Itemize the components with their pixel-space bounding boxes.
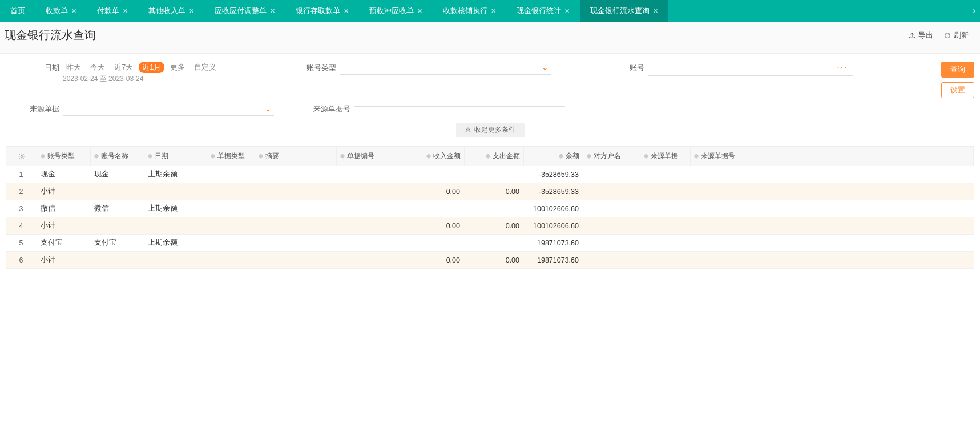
col-doc-no[interactable]: 单据编号: [337, 147, 405, 166]
cell: [405, 200, 465, 217]
sort-icon: [148, 154, 152, 159]
sort-icon: [94, 154, 99, 159]
table-row[interactable]: 2小计0.000.00-3528659.33: [6, 183, 974, 200]
tab-预收冲应收单[interactable]: 预收冲应收单✕: [359, 0, 433, 22]
sort-icon: [694, 154, 699, 159]
cell: [691, 200, 974, 217]
cell: [337, 166, 405, 183]
cell: [640, 183, 691, 200]
tab-银行存取款单[interactable]: 银行存取款单✕: [285, 0, 359, 22]
cell: 小计: [37, 252, 91, 268]
cell: [207, 252, 255, 268]
table-row[interactable]: 1现金现金上期余额-3528659.33: [6, 166, 974, 183]
cell: 上期余额: [144, 235, 207, 251]
account-type-select[interactable]: ⌄: [340, 62, 551, 75]
src-doc-no-input[interactable]: [354, 103, 565, 107]
close-icon[interactable]: ✕: [123, 7, 128, 15]
cell: 支付宝: [91, 235, 144, 251]
cell: 5: [6, 235, 37, 251]
close-icon[interactable]: ✕: [71, 7, 76, 15]
cell: [465, 200, 524, 217]
tab-收款单[interactable]: 收款单✕: [35, 0, 87, 22]
tab-label: 付款单: [97, 6, 119, 16]
collapse-conditions-button[interactable]: 收起更多条件: [456, 123, 525, 137]
date-quick-近7天[interactable]: 近7天: [111, 62, 136, 73]
export-icon: [908, 31, 916, 39]
titlebar: 现金银行流水查询 导出 刷新: [0, 22, 980, 54]
cell: [91, 183, 144, 200]
date-quick-昨天[interactable]: 昨天: [63, 62, 84, 73]
sort-icon: [211, 154, 215, 159]
table-row[interactable]: 5支付宝支付宝上期余额19871073.60: [6, 235, 974, 252]
tab-收款核销执行[interactable]: 收款核销执行✕: [433, 0, 506, 22]
cell: [337, 217, 405, 234]
export-button[interactable]: 导出: [908, 30, 933, 41]
cell: 上期余额: [144, 200, 207, 217]
tab-应收应付调整单[interactable]: 应收应付调整单✕: [204, 0, 285, 22]
settings-button[interactable]: 设置: [941, 82, 974, 98]
col-account-name[interactable]: 账号名称: [91, 147, 144, 166]
sort-icon: [587, 154, 591, 159]
cell: [691, 252, 974, 268]
col-src-doc[interactable]: 来源单据: [640, 147, 691, 166]
table-row[interactable]: 6小计0.000.0019871073.60: [6, 252, 974, 269]
tab-首页[interactable]: 首页: [0, 0, 35, 22]
chevron-down-icon: ⌄: [265, 104, 272, 113]
col-balance[interactable]: 余额: [524, 147, 583, 166]
refresh-button[interactable]: 刷新: [943, 30, 969, 41]
tab-其他收入单[interactable]: 其他收入单✕: [138, 0, 204, 22]
cell: [691, 217, 974, 234]
cell: [255, 252, 337, 268]
cell: 6: [6, 252, 37, 268]
gear-column-header[interactable]: [6, 147, 37, 166]
cell: [465, 166, 524, 183]
date-quick-更多[interactable]: 更多: [167, 62, 188, 73]
query-button[interactable]: 查询: [941, 62, 974, 78]
sort-icon: [259, 154, 263, 159]
tabs-scroll-right[interactable]: ›: [968, 0, 980, 22]
sort-icon: [486, 154, 490, 159]
cell: 1: [6, 166, 37, 183]
cell: [583, 183, 640, 200]
tab-现金银行统计[interactable]: 现金银行统计✕: [506, 0, 580, 22]
close-icon[interactable]: ✕: [344, 7, 349, 15]
cell: [144, 217, 207, 234]
cell: [337, 200, 405, 217]
col-src-doc-no[interactable]: 来源单据号: [691, 147, 974, 166]
cell: 0.00: [405, 252, 465, 268]
cell: 0.00: [465, 217, 524, 234]
account-select[interactable]: ···: [648, 62, 853, 76]
col-summary[interactable]: 摘要: [255, 147, 337, 166]
cell: [583, 217, 640, 234]
account-label: 账号: [591, 62, 648, 73]
close-icon[interactable]: ✕: [653, 7, 658, 15]
close-icon[interactable]: ✕: [270, 7, 275, 15]
col-doc-type[interactable]: 单据类型: [207, 147, 255, 166]
col-account-type[interactable]: 账号类型: [37, 147, 91, 166]
close-icon[interactable]: ✕: [417, 7, 422, 15]
col-income[interactable]: 收入金额: [405, 147, 465, 166]
cell: 小计: [37, 183, 91, 200]
cell: [255, 166, 337, 183]
svg-point-0: [21, 155, 23, 158]
cell: [583, 252, 640, 268]
close-icon[interactable]: ✕: [189, 7, 194, 15]
tab-现金银行流水查询[interactable]: 现金银行流水查询✕: [580, 0, 668, 22]
col-date[interactable]: 日期: [144, 147, 207, 166]
tab-付款单[interactable]: 付款单✕: [87, 0, 138, 22]
date-quick-自定义[interactable]: 自定义: [191, 62, 220, 73]
src-doc-select[interactable]: ⌄: [63, 103, 274, 116]
close-icon[interactable]: ✕: [491, 7, 496, 15]
cell: [255, 217, 337, 234]
cell: 微信: [37, 200, 91, 217]
date-quick-今天[interactable]: 今天: [87, 62, 108, 73]
col-expense[interactable]: 支出金额: [465, 147, 524, 166]
table-row[interactable]: 3微信微信上期余额100102606.60: [6, 200, 974, 217]
date-quick-近1月[interactable]: 近1月: [139, 62, 164, 73]
data-table: 账号类型 账号名称 日期 单据类型 摘要 单据编号 收入金额 支出金额 余额 对…: [6, 146, 974, 269]
cell: [640, 217, 691, 234]
cell: 0.00: [405, 183, 465, 200]
col-opponent[interactable]: 对方户名: [583, 147, 640, 166]
close-icon[interactable]: ✕: [564, 7, 570, 15]
table-row[interactable]: 4小计0.000.00100102606.60: [6, 217, 974, 235]
